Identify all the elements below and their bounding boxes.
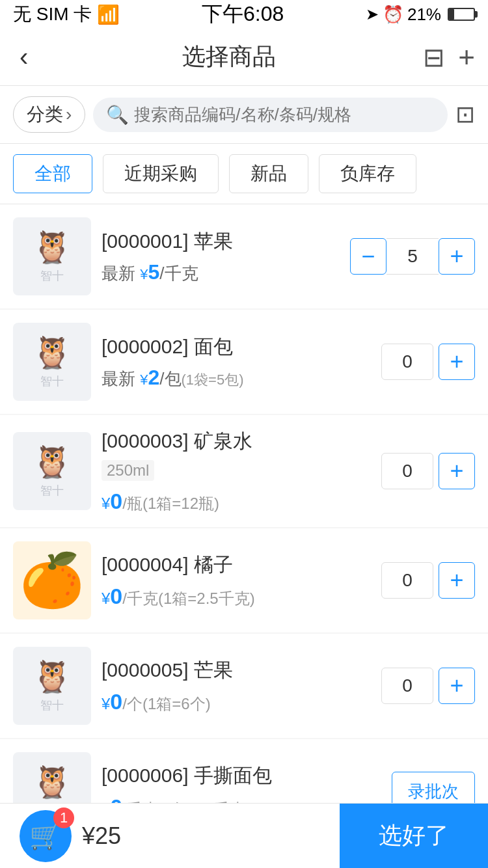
search-icon: 🔍 (106, 104, 129, 126)
product-thumb-0000003: 🦉 智十 (13, 432, 91, 510)
product-spec: 250ml (102, 460, 154, 481)
product-qty-0000004: + (381, 562, 475, 599)
product-qty-0000001: − + (350, 238, 475, 275)
list-item: 🍊 [0000004] 橘子 ¥0/千克(1箱=2.5千克) + (0, 528, 488, 632)
list-item: 🦉 智十 [0000001] 苹果 最新 ¥5/千克 − + (0, 204, 488, 308)
product-price: 最新 ¥2/包(1袋=5包) (102, 366, 371, 390)
tab-new[interactable]: 新品 (229, 154, 308, 193)
cart-icon-wrap[interactable]: 🛒 1 (20, 810, 72, 862)
qty-plus-button[interactable]: + (439, 668, 475, 704)
placeholder-owl-icon: 🦉 (33, 444, 72, 480)
list-item: 🦉 智十 [0000003] 矿泉水 250ml ¥0/瓶(1箱=12瓶) + (0, 415, 488, 527)
qty-minus-button[interactable]: − (350, 238, 386, 275)
confirm-button[interactable]: 选好了 (340, 804, 488, 868)
tab-all[interactable]: 全部 (13, 154, 92, 193)
list-item: 🦉 智十 [0000005] 芒果 ¥0/个(1箱=6个) + (0, 634, 488, 738)
product-info-0000002: [0000002] 面包 最新 ¥2/包(1袋=5包) (91, 334, 381, 390)
product-thumb-0000004: 🍊 (13, 541, 91, 619)
product-price: ¥0/瓶(1箱=12瓶) (102, 489, 371, 514)
product-thumb-0000002: 🦉 智十 (13, 323, 91, 401)
qty-plus-button[interactable]: + (439, 453, 475, 489)
status-left: 无 SIM 卡 📶 (13, 2, 120, 27)
product-name: [0000003] 矿泉水 (102, 428, 371, 455)
status-bar: 无 SIM 卡 📶 下午6:08 ➤ ⏰ 21% (0, 0, 488, 29)
page-title: 选择商品 (182, 41, 276, 73)
product-name: [0000006] 手撕面包 (102, 763, 381, 789)
back-button[interactable]: ‹ (13, 36, 34, 78)
cart-badge: 1 (53, 807, 74, 828)
cart-total: ¥25 (82, 822, 121, 850)
battery-text: 21% (407, 5, 441, 25)
filter-icon[interactable]: ⊟ (423, 42, 445, 72)
qty-input[interactable] (381, 562, 433, 599)
qty-plus-button[interactable]: + (439, 344, 475, 380)
placeholder-owl-icon: 🦉 (33, 229, 72, 265)
search-box: 🔍 (93, 98, 448, 132)
product-qty-0000003: + (381, 453, 475, 489)
product-price: 最新 ¥5/千克 (102, 260, 340, 285)
location-icon: ➤ (366, 5, 379, 23)
product-info-0000005: [0000005] 芒果 ¥0/个(1箱=6个) (91, 657, 381, 714)
placeholder-text: 智十 (40, 373, 64, 389)
qty-input[interactable] (381, 453, 433, 489)
qty-input[interactable] (381, 344, 433, 380)
product-price: ¥0/千克(1箱=2.5千克) (102, 584, 371, 609)
chevron-right-icon: › (66, 104, 72, 125)
status-time: 下午6:08 (202, 0, 284, 29)
product-thumb-0000001: 🦉 智十 (13, 217, 91, 295)
category-label: 分类 (27, 102, 63, 127)
product-list: 🦉 智十 [0000001] 苹果 最新 ¥5/千克 − + 🦉 智十 [000… (0, 204, 488, 868)
status-right: ➤ ⏰ 21% (366, 5, 475, 25)
product-info-0000004: [0000004] 橘子 ¥0/千克(1箱=2.5千克) (91, 552, 381, 609)
tab-recent[interactable]: 近期采购 (103, 154, 219, 193)
product-info-0000003: [0000003] 矿泉水 250ml ¥0/瓶(1箱=12瓶) (91, 428, 381, 514)
qty-plus-button[interactable]: + (439, 238, 475, 275)
product-name: [0000005] 芒果 (102, 657, 371, 684)
product-name: [0000002] 面包 (102, 334, 371, 360)
nav-bar: ‹ 选择商品 ⊟ + (0, 29, 488, 86)
nav-actions: ⊟ + (423, 41, 475, 74)
product-qty-0000002: + (381, 344, 475, 380)
category-button[interactable]: 分类 › (13, 96, 85, 133)
placeholder-text: 智十 (40, 268, 64, 284)
placeholder-owl-icon: 🦉 (33, 764, 72, 800)
product-qty-0000005: + (381, 668, 475, 704)
product-price: ¥0/个(1箱=6个) (102, 689, 371, 714)
product-name: [0000001] 苹果 (102, 228, 340, 255)
qty-plus-button[interactable]: + (439, 562, 475, 599)
placeholder-text: 智十 (40, 698, 64, 713)
placeholder-text: 智十 (40, 483, 64, 498)
product-name: [0000004] 橘子 (102, 552, 371, 578)
add-icon[interactable]: + (458, 41, 475, 74)
cart-section: 🛒 1 ¥25 (0, 810, 340, 862)
alarm-icon: ⏰ (383, 5, 403, 25)
search-input[interactable] (134, 105, 435, 125)
scan-icon[interactable]: ⊡ (455, 101, 475, 128)
product-info-0000001: [0000001] 苹果 最新 ¥5/千克 (91, 228, 350, 285)
bottom-bar: 🛒 1 ¥25 选好了 (0, 803, 488, 868)
list-item: 🦉 智十 [0000002] 面包 最新 ¥2/包(1袋=5包) + (0, 310, 488, 414)
wifi-icon: 📶 (97, 4, 120, 25)
carrier-text: 无 SIM 卡 (13, 2, 92, 27)
tab-negative[interactable]: 负库存 (319, 154, 416, 193)
filter-bar: 分类 › 🔍 ⊡ (0, 86, 488, 144)
placeholder-owl-icon: 🦉 (33, 334, 72, 371)
product-thumb-0000005: 🦉 智十 (13, 647, 91, 725)
qty-input[interactable] (386, 238, 439, 275)
qty-input[interactable] (381, 668, 433, 704)
placeholder-owl-icon: 🦉 (33, 658, 72, 695)
tabs-bar: 全部 近期采购 新品 负库存 (0, 144, 488, 204)
battery-icon (448, 8, 475, 21)
